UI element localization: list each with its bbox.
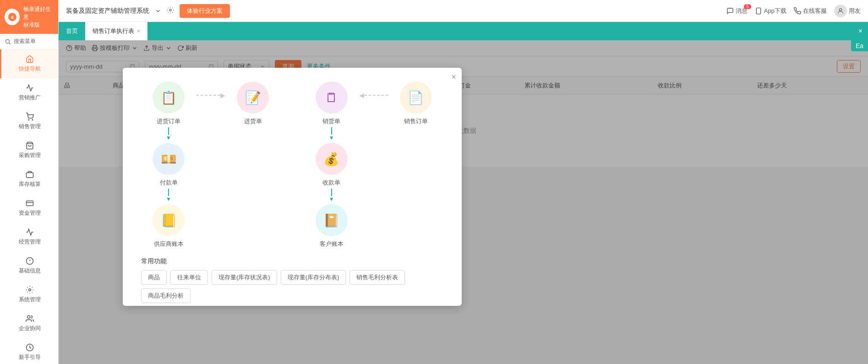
sales-bill-down-arrow: ▼ — [329, 127, 334, 141]
svg-point-13 — [29, 289, 31, 291]
payment-bill-icon: 💴 — [153, 143, 185, 175]
flow-item-sales-bill[interactable]: 🗒 销货单 — [304, 81, 359, 125]
func-btn-partners[interactable]: 往来单位 — [170, 270, 208, 285]
customer-ledger-icon: 📔 — [316, 204, 348, 236]
arrow-so-sb: ◀ — [359, 92, 388, 99]
svg-rect-7 — [27, 173, 33, 178]
flow-col-3: 🗒 销货单 ▼ — [304, 81, 359, 248]
svg-point-16 — [169, 9, 171, 11]
tabbar: 首页 销售订单执行表 × × — [59, 22, 868, 40]
svg-point-4 — [28, 120, 29, 120]
func-btn-product[interactable]: 商品 — [141, 270, 167, 285]
payment-bill-down-arrow: ▼ — [166, 189, 171, 202]
svg-rect-8 — [27, 201, 33, 206]
flow-section: 📋 进货订单 ▼ — [141, 81, 443, 248]
sales-order-icon: 📄 — [400, 81, 432, 114]
page-area: 帮助 按模板打印 导出 刷新 — [59, 40, 868, 364]
flow-item-supplier-ledger[interactable]: 📒 供应商账本 — [141, 204, 196, 248]
svg-point-19 — [839, 8, 841, 11]
sidebar-item-quick-nav[interactable]: 快捷导航 — [0, 49, 58, 78]
purchase-bill-icon: 📝 — [237, 81, 269, 114]
user-avatar — [834, 5, 847, 17]
sidebar-item-sales[interactable]: 销售管理 — [0, 107, 58, 136]
sidebar-item-newbie[interactable]: 新手引导 — [0, 338, 58, 364]
main-content: 装备及固定资产辅助管理系统 体验行业方案 5 消息 App下载 — [59, 0, 868, 364]
common-funcs: 常用功能 商品 往来单位 现存量(库存状况表) 现存量(库存分布表) 销售毛利分… — [141, 257, 443, 306]
flow-item-purchase-order[interactable]: 📋 进货订单 — [141, 81, 196, 125]
system-title: 装备及固定资产辅助管理系统 — [66, 7, 149, 15]
tab-sales-order-exec[interactable]: 销售订单执行表 × — [85, 22, 147, 40]
sidebar-item-enterprise[interactable]: 企业协同 — [0, 309, 58, 338]
sidebar: 6 畅康通好生意 标准版 搜索菜单 快捷导航 营销推广 销售管理 — [0, 0, 59, 364]
receipt-bill-down-arrow: ▼ — [329, 189, 334, 202]
logo-text: 畅康通好生意 标准版 — [23, 5, 54, 28]
settings-icon[interactable] — [167, 6, 174, 15]
sales-bill-icon: 🗒 — [316, 81, 348, 114]
topbar-right: 5 消息 App下载 在线客服 用友 — [726, 5, 861, 17]
tab-close-btn[interactable]: × — [137, 28, 140, 34]
svg-rect-17 — [756, 8, 760, 14]
supplier-ledger-icon: 📒 — [153, 204, 185, 236]
flow-item-purchase-bill[interactable]: 📝 进货单 — [225, 81, 280, 125]
corner-ea-label: Ea — [851, 40, 868, 51]
func-btn-stock-dist[interactable]: 现存量(库存分布表) — [281, 270, 346, 285]
func-btn-product-margin[interactable]: 商品毛利分析 — [141, 288, 191, 303]
purchase-order-icon: 📋 — [153, 81, 185, 114]
sidebar-search[interactable]: 搜索菜单 — [0, 34, 58, 49]
user-item[interactable]: 用友 — [834, 5, 861, 17]
svg-line-3 — [9, 43, 11, 44]
flow-item-receipt-bill[interactable]: 💰 收款单 — [304, 143, 359, 187]
flow-col-1: 📋 进货订单 ▼ — [141, 81, 196, 248]
flow-col-2: 📝 进货单 — [225, 81, 280, 125]
sidebar-item-system[interactable]: 系统管理 — [0, 280, 58, 309]
flow-col-4: 📄 销售订单 — [388, 81, 443, 125]
svg-point-5 — [32, 120, 33, 120]
system-dropdown[interactable] — [155, 8, 161, 14]
modal-body: 📋 进货订单 ▼ — [123, 68, 462, 306]
sidebar-item-basics[interactable]: 基础信息 — [0, 251, 58, 280]
tab-home[interactable]: 首页 — [59, 22, 85, 40]
sidebar-item-marketing[interactable]: 营销推广 — [0, 78, 58, 107]
purchase-order-down-arrow: ▼ — [166, 127, 171, 141]
tab-bar-close-btn[interactable]: × — [853, 27, 868, 35]
sidebar-item-operations[interactable]: 经营管理 — [0, 223, 58, 251]
modal-close-btn[interactable]: × — [451, 72, 456, 82]
func-btn-sales-margin[interactable]: 销售毛利分析表 — [349, 270, 405, 285]
sidebar-nav: 快捷导航 营销推广 销售管理 采购管理 库存核算 资金管理 — [0, 49, 58, 364]
receipt-bill-icon: 💰 — [316, 143, 348, 175]
topbar: 装备及固定资产辅助管理系统 体验行业方案 5 消息 App下载 — [59, 0, 868, 22]
sidebar-item-purchase[interactable]: 采购管理 — [0, 136, 58, 165]
func-btn-stock-status[interactable]: 现存量(库存状况表) — [212, 270, 277, 285]
modal: × 📋 — [123, 68, 462, 306]
sidebar-item-finance[interactable]: 资金管理 — [0, 194, 58, 223]
arrow-po-pb: ▶ — [196, 92, 225, 99]
app-download-item[interactable]: App下载 — [755, 7, 786, 15]
flow-item-customer-ledger[interactable]: 📔 客户账本 — [304, 204, 359, 248]
common-funcs-title: 常用功能 — [141, 257, 443, 266]
modal-overlay[interactable]: × 📋 — [59, 40, 868, 364]
sidebar-logo[interactable]: 6 畅康通好生意 标准版 — [0, 0, 58, 34]
message-item[interactable]: 5 消息 — [726, 7, 748, 15]
svg-point-2 — [5, 39, 9, 43]
flow-item-sales-order[interactable]: 📄 销售订单 — [388, 81, 443, 125]
flow-item-payment-bill[interactable]: 💴 付款单 — [141, 143, 196, 187]
logo-icon: 6 — [5, 9, 20, 25]
svg-point-14 — [27, 316, 30, 319]
func-btns-row1: 商品 往来单位 现存量(库存状况表) 现存量(库存分布表) 销售毛利分析表 商品… — [141, 270, 443, 303]
experience-btn[interactable]: 体验行业方案 — [180, 4, 230, 18]
online-service-item[interactable]: 在线客服 — [794, 7, 827, 15]
svg-text:6: 6 — [11, 15, 13, 20]
sidebar-item-inventory[interactable]: 库存核算 — [0, 165, 58, 194]
